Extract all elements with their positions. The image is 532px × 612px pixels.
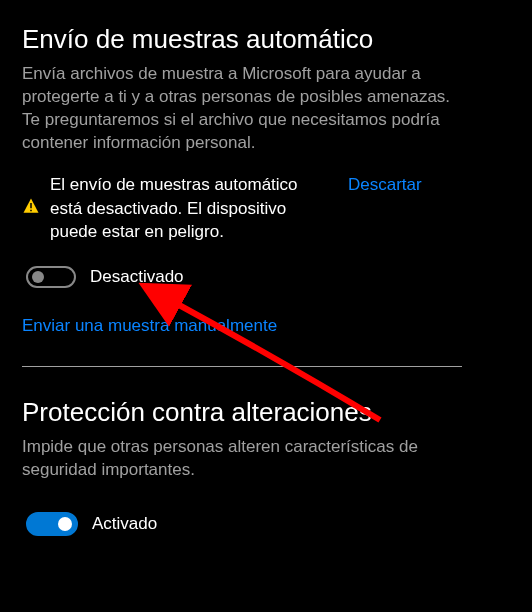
tamper-protection-title: Protección contra alteraciones (22, 397, 508, 428)
toggle-knob (58, 517, 72, 531)
section-divider (22, 366, 462, 367)
tamper-toggle[interactable] (26, 512, 78, 536)
auto-sample-toggle[interactable] (26, 266, 76, 288)
dismiss-link[interactable]: Descartar (348, 175, 422, 195)
svg-rect-1 (30, 210, 32, 212)
warning-row: El envío de muestras automático está des… (22, 173, 508, 244)
tamper-protection-description: Impide que otras personas alteren caract… (22, 436, 462, 482)
warning-text: El envío de muestras automático está des… (50, 173, 330, 244)
svg-rect-0 (30, 203, 32, 208)
auto-sample-description: Envía archivos de muestra a Microsoft pa… (22, 63, 462, 155)
tamper-toggle-label: Activado (92, 514, 157, 534)
auto-sample-title: Envío de muestras automático (22, 24, 508, 55)
auto-sample-toggle-label: Desactivado (90, 267, 184, 287)
auto-sample-toggle-row: Desactivado (26, 266, 508, 288)
toggle-knob (32, 271, 44, 283)
manual-sample-link[interactable]: Enviar una muestra manualmente (22, 316, 277, 336)
tamper-toggle-row: Activado (26, 512, 508, 536)
warning-icon (22, 197, 40, 219)
